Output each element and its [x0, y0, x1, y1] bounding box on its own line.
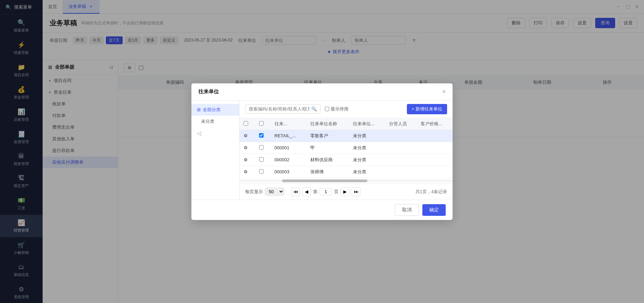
- row-name: 甲: [306, 142, 348, 154]
- dialog-body: ⊞ 全部分类 未分类 ◁ 🔍 显示停用: [191, 101, 453, 200]
- row-manager: [385, 142, 417, 154]
- dialog-table-wrap: 往来...往来单位名称往来单位...分管人员客户价格... ⚙ RETAIL_.…: [240, 118, 453, 178]
- per-page-select[interactable]: 50 100: [265, 188, 284, 196]
- row-category: 未分类: [349, 154, 385, 166]
- dialog-table-row[interactable]: ⚙ 000001 甲 未分类: [240, 142, 453, 154]
- dialog-col-: 客户价格...: [417, 118, 453, 130]
- row-category: 未分类: [349, 166, 385, 178]
- row-code: 000001: [270, 142, 307, 154]
- row-settings: ⚙: [240, 166, 255, 178]
- dialog-select-all[interactable]: [244, 121, 248, 126]
- show-disabled-checkbox[interactable]: [325, 107, 329, 111]
- row-manager: [385, 166, 417, 178]
- dialog-table-header: 往来...往来单位名称往来单位...分管人员客户价格...: [240, 118, 453, 130]
- row-manager: [385, 130, 417, 142]
- row-code: 000002: [270, 154, 307, 166]
- dialog-scrollbar-thumb: [282, 179, 367, 182]
- dialog-action-buttons: 取消 确定: [191, 200, 453, 220]
- first-page-btn[interactable]: ⏮: [291, 187, 300, 196]
- row-settings: ⚙: [240, 142, 255, 154]
- row-name: 材料供应商: [306, 154, 348, 166]
- row-code: 000003: [270, 166, 307, 178]
- dialog-sidebar: ⊞ 全部分类 未分类 ◁: [191, 101, 240, 200]
- dialog-table-row[interactable]: ⚙ 000003 张师傅 未分类: [240, 166, 453, 178]
- row-price: [417, 130, 453, 142]
- dialog-table: 往来...往来单位名称往来单位...分管人员客户价格... ⚙ RETAIL_.…: [240, 118, 453, 178]
- row-checkbox[interactable]: [255, 166, 270, 178]
- row-price: [417, 166, 453, 178]
- dialog-col-: [240, 118, 255, 130]
- per-page-label: 每页显示: [245, 189, 263, 195]
- dialog-table-body: ⚙ RETAIL_... 零散客户 未分类 ⚙ 000001 甲 未分类 ⚙ 0…: [240, 130, 453, 178]
- collapse-sidebar-btn[interactable]: ◁: [191, 127, 239, 139]
- dialog-sidebar-all-label: 全部分类: [203, 107, 221, 113]
- dialog-close-btn[interactable]: ×: [442, 88, 446, 95]
- row-price: [417, 154, 453, 166]
- row-checkbox[interactable]: [255, 142, 270, 154]
- add-counterpart-btn[interactable]: + 新增往来单位: [407, 104, 447, 114]
- dialog-toolbar: 🔍 显示停用 + 新增往来单位: [240, 101, 453, 118]
- dialog-sidebar-item-all[interactable]: ⊞ 全部分类: [191, 104, 239, 116]
- pagination-controls: ⏮ ◀ 第 页 ▶ ⏭: [291, 187, 360, 196]
- dialog-search-box: 🔍: [245, 104, 321, 114]
- dialog-search-icon: 🔍: [311, 106, 317, 112]
- dialog-col-: 往来单位...: [349, 118, 385, 130]
- dialog-table-row[interactable]: ⚙ RETAIL_... 零散客户 未分类: [240, 130, 453, 142]
- all-icon: ⊞: [197, 107, 201, 112]
- cancel-btn[interactable]: 取消: [395, 204, 419, 216]
- row-code: RETAIL_...: [270, 130, 307, 142]
- dialog-col-: 分管人员: [385, 118, 417, 130]
- dialog-scrollbar[interactable]: [240, 179, 453, 182]
- dialog-select-all[interactable]: [259, 121, 264, 126]
- dialog-footer: 每页显示 50 100 ⏮ ◀ 第 页 ▶ ⏭: [240, 184, 453, 200]
- dialog-main: 🔍 显示停用 + 新增往来单位 往来...往来单位名称往来单位...分管人员客户…: [240, 101, 453, 200]
- dialog-search-input[interactable]: [249, 106, 309, 112]
- row-category: 未分类: [349, 130, 385, 142]
- page-label: 第: [313, 189, 318, 195]
- modal-overlay: 往来单位 × ⊞ 全部分类 未分类 ◁: [0, 0, 644, 303]
- dialog-col-: 往来单位名称: [306, 118, 348, 130]
- dialog-header: 往来单位 ×: [191, 83, 453, 101]
- counterpart-dialog: 往来单位 × ⊞ 全部分类 未分类 ◁: [191, 83, 453, 220]
- row-name: 张师傅: [306, 166, 348, 178]
- row-name: 零散客户: [306, 130, 348, 142]
- dialog-sidebar-uncategorized-label: 未分类: [201, 118, 214, 125]
- dialog-title: 往来单位: [198, 89, 219, 95]
- row-checkbox[interactable]: [255, 154, 270, 166]
- row-category: 未分类: [349, 142, 385, 154]
- show-disabled-label: 显示停用: [325, 106, 348, 112]
- row-manager: [385, 154, 417, 166]
- row-checkbox[interactable]: [255, 130, 270, 142]
- dialog-col-: [255, 118, 270, 130]
- per-page-selector: 每页显示 50 100: [245, 188, 284, 196]
- confirm-btn[interactable]: 确定: [422, 204, 446, 216]
- dialog-col-: 往来...: [270, 118, 307, 130]
- show-disabled-text: 显示停用: [331, 106, 348, 112]
- row-settings: ⚙: [240, 154, 255, 166]
- row-price: [417, 142, 453, 154]
- page-suffix: 页: [334, 189, 338, 195]
- next-page-btn[interactable]: ▶: [341, 187, 349, 196]
- prev-page-btn[interactable]: ◀: [302, 187, 311, 196]
- dialog-sidebar-item-uncategorized: 未分类: [191, 116, 239, 127]
- total-records: 共1页，4条记录: [415, 189, 447, 195]
- row-settings: ⚙: [240, 130, 255, 142]
- dialog-table-row[interactable]: ⚙ 000002 材料供应商 未分类: [240, 154, 453, 166]
- page-input[interactable]: [320, 188, 332, 195]
- last-page-btn[interactable]: ⏭: [352, 187, 360, 196]
